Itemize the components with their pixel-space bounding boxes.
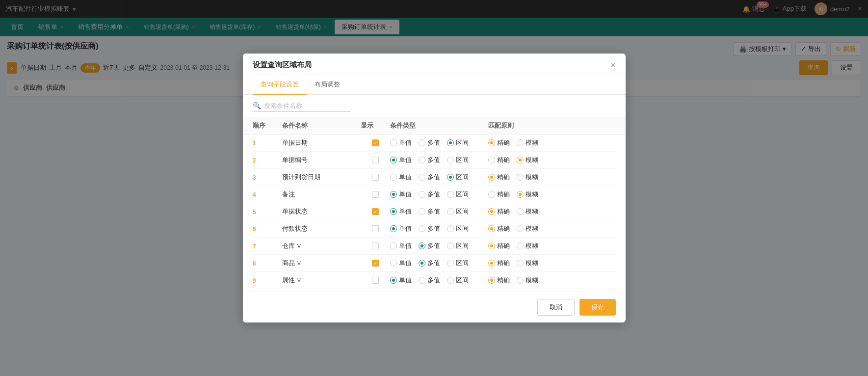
checkbox[interactable]	[372, 191, 379, 198]
search-input[interactable]	[264, 102, 351, 109]
dialog-table-body: 1单据日期单值多值区间精确模糊2单据编号单值多值区间精确模糊3预计到货日期单值多…	[243, 134, 626, 292]
radio-circle	[517, 139, 524, 146]
radio-match-exact[interactable]: 精确	[488, 138, 510, 147]
radio-type-single[interactable]: 单值	[390, 259, 412, 268]
radio-match-exact[interactable]: 精确	[488, 276, 510, 285]
radio-circle	[517, 208, 524, 215]
row-type-group: 单值多值区间	[390, 259, 488, 268]
radio-match-exact[interactable]: 精确	[488, 156, 510, 164]
radio-match-fuzzy[interactable]: 模糊	[517, 190, 538, 199]
radio-type-single[interactable]: 单值	[390, 138, 412, 147]
dialog-table-row: 9属性 ∨单值多值区间精确模糊	[253, 272, 616, 289]
radio-match-exact[interactable]: 精确	[488, 207, 510, 216]
radio-type-multi[interactable]: 多值	[419, 259, 440, 268]
radio-type-single[interactable]: 单值	[390, 173, 412, 182]
radio-type-multi[interactable]: 多值	[419, 207, 440, 216]
row-display-check[interactable]	[361, 277, 390, 284]
tab-query-fields[interactable]: 查询字段设置	[253, 75, 307, 95]
checkbox[interactable]	[372, 260, 379, 267]
radio-type-single[interactable]: 单值	[390, 242, 412, 250]
row-display-check[interactable]	[361, 260, 390, 267]
radio-match-exact[interactable]: 精确	[488, 242, 510, 250]
row-display-check[interactable]	[361, 191, 390, 198]
radio-type-range[interactable]: 区间	[447, 259, 469, 268]
radio-type-single[interactable]: 单值	[390, 190, 412, 199]
radio-match-fuzzy[interactable]: 模糊	[517, 224, 538, 233]
dialog-table: 顺序 条件名称 显示 条件类型 匹配原则 1单据日期单值多值区间精确模糊2单据编…	[243, 117, 626, 292]
radio-type-single[interactable]: 单值	[390, 207, 412, 216]
settings-dialog: 设置查询区域布局 × 查询字段设置 布局调整 🔍 顺序 条件名称 显示 条件类型…	[243, 54, 626, 322]
radio-circle	[390, 260, 397, 267]
radio-circle	[488, 277, 495, 284]
radio-type-multi[interactable]: 多值	[419, 190, 440, 199]
radio-circle	[447, 277, 454, 284]
row-display-check[interactable]	[361, 225, 390, 232]
radio-circle	[517, 174, 524, 181]
row-name: 单据编号	[282, 156, 361, 164]
checkbox[interactable]	[372, 208, 379, 215]
dialog-table-row: 3预计到货日期单值多值区间精确模糊	[253, 169, 616, 186]
checkbox[interactable]	[372, 174, 379, 181]
save-button[interactable]: 保存	[579, 299, 616, 316]
radio-circle	[419, 260, 425, 267]
radio-type-range[interactable]: 区间	[447, 224, 469, 233]
radio-type-multi[interactable]: 多值	[419, 242, 440, 250]
radio-type-range[interactable]: 区间	[447, 138, 469, 147]
checkbox[interactable]	[372, 139, 379, 146]
radio-circle	[390, 208, 397, 215]
radio-type-multi[interactable]: 多值	[419, 276, 440, 285]
radio-circle	[390, 139, 397, 146]
radio-type-multi[interactable]: 多值	[419, 173, 440, 182]
radio-type-range[interactable]: 区间	[447, 190, 469, 199]
radio-type-single[interactable]: 单值	[390, 224, 412, 233]
radio-type-range[interactable]: 区间	[447, 156, 469, 164]
radio-type-single[interactable]: 单值	[390, 156, 412, 164]
radio-match-fuzzy[interactable]: 模糊	[517, 138, 538, 147]
radio-match-exact[interactable]: 精确	[488, 173, 510, 182]
radio-match-exact[interactable]: 精确	[488, 190, 510, 199]
row-match-group: 精确模糊	[488, 276, 586, 285]
radio-type-multi[interactable]: 多值	[419, 138, 440, 147]
radio-match-fuzzy[interactable]: 模糊	[517, 173, 538, 182]
radio-match-fuzzy[interactable]: 模糊	[517, 156, 538, 164]
dialog-table-row: 4备注单值多值区间精确模糊	[253, 186, 616, 203]
radio-match-exact[interactable]: 精确	[488, 224, 510, 233]
checkbox[interactable]	[372, 277, 379, 284]
radio-type-single[interactable]: 单值	[390, 276, 412, 285]
row-display-check[interactable]	[361, 242, 390, 249]
radio-type-range[interactable]: 区间	[447, 276, 469, 285]
radio-match-exact[interactable]: 精确	[488, 259, 510, 268]
radio-type-range[interactable]: 区间	[447, 242, 469, 250]
dialog-title: 设置查询区域布局	[253, 60, 312, 70]
row-display-check[interactable]	[361, 139, 390, 146]
row-order: 7	[253, 242, 282, 250]
row-name: 备注	[282, 190, 361, 199]
radio-match-fuzzy[interactable]: 模糊	[517, 242, 538, 250]
row-display-check[interactable]	[361, 174, 390, 181]
checkbox[interactable]	[372, 157, 379, 163]
radio-match-fuzzy[interactable]: 模糊	[517, 276, 538, 285]
radio-circle	[419, 242, 425, 249]
cancel-button[interactable]: 取消	[537, 299, 575, 316]
radio-type-multi[interactable]: 多值	[419, 224, 440, 233]
radio-type-range[interactable]: 区间	[447, 173, 469, 182]
row-order: 5	[253, 208, 282, 215]
radio-match-fuzzy[interactable]: 模糊	[517, 207, 538, 216]
checkbox[interactable]	[372, 225, 379, 232]
radio-match-fuzzy[interactable]: 模糊	[517, 259, 538, 268]
row-display-check[interactable]	[361, 157, 390, 163]
radio-type-multi[interactable]: 多值	[419, 156, 440, 164]
row-match-group: 精确模糊	[488, 156, 586, 164]
radio-circle	[488, 260, 495, 267]
radio-circle	[419, 139, 425, 146]
radio-circle	[488, 174, 495, 181]
radio-type-range[interactable]: 区间	[447, 207, 469, 216]
radio-circle	[488, 191, 495, 198]
checkbox[interactable]	[372, 242, 379, 249]
row-display-check[interactable]	[361, 208, 390, 215]
dialog-header: 设置查询区域布局 ×	[243, 54, 626, 75]
row-type-group: 单值多值区间	[390, 138, 488, 147]
dialog-close-button[interactable]: ×	[610, 61, 616, 70]
dialog-table-row: 5单据状态单值多值区间精确模糊	[253, 203, 616, 220]
tab-layout-adjust[interactable]: 布局调整	[307, 75, 348, 95]
